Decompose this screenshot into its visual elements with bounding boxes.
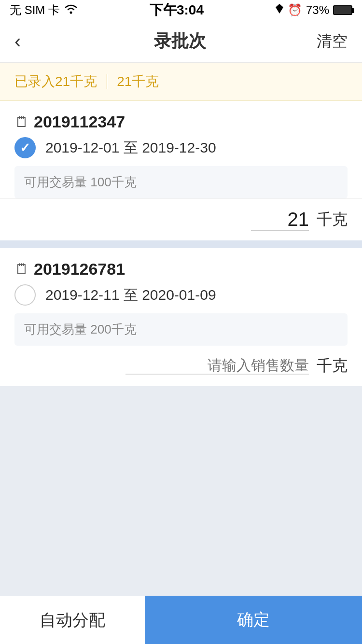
batch-1-id: 2019112347 [34,112,125,131]
batch-1-icon: 🗒 [14,114,29,130]
alarm-icon: ⏰ [288,3,302,17]
batch-2-radio[interactable] [14,284,36,306]
batch-2-wrapper: 🗒 2019126781 2019-12-11 至 2020-01-09 可用交… [0,248,362,386]
batch-2-date: 2019-12-11 至 2020-01-09 [45,285,216,305]
wifi-icon [64,3,78,17]
confirm-button[interactable]: 确定 [145,596,362,644]
batch-1-date-row[interactable]: ✓ 2019-12-01 至 2019-12-30 [14,137,348,158]
status-left: 无 SIM 卡 [10,2,78,18]
batch-2-icon: 🗒 [14,261,29,278]
bottom-bar: 自动分配 确定 [0,596,362,644]
batch-2-quantity-row: 千克 [0,346,362,386]
back-button[interactable]: ‹ [14,30,43,52]
batch-1-quantity-underline: 21 [251,209,309,231]
page-title: 录批次 [154,29,206,53]
main-content: 已录入21千克 21千克 🗒 2019112347 ✓ 2019-12-01 至… [0,63,362,596]
status-time: 下午3:04 [150,1,204,19]
batch-2-header: 🗒 2019126781 [14,260,348,279]
batch-1-item: 🗒 2019112347 ✓ 2019-12-01 至 2019-12-30 可… [0,101,362,198]
batch-2-date-row[interactable]: 2019-12-11 至 2020-01-09 [14,284,348,306]
batch-1-date: 2019-12-01 至 2019-12-30 [45,138,216,158]
svg-point-0 [70,12,72,14]
auto-distribute-button[interactable]: 自动分配 [0,596,145,644]
location-icon [275,3,284,17]
batch-1-wrapper: 🗒 2019112347 ✓ 2019-12-01 至 2019-12-30 可… [0,101,362,240]
batch-2-quantity-input[interactable] [125,357,309,374]
batch-1-quantity-row: 21 千克 [0,198,362,240]
recorded-label: 已录入21千克 [14,72,97,91]
batch-2-item: 🗒 2019126781 2019-12-11 至 2020-01-09 可用交… [0,248,362,346]
nav-bar: ‹ 录批次 清空 [0,20,362,63]
info-divider [107,74,107,89]
batch-2-input-wrapper [125,357,309,375]
batch-1-quantity-value: 21 [288,209,309,230]
status-right: ⏰ 73% [275,3,352,17]
batch-1-available: 可用交易量 100千克 [14,166,348,198]
check-mark: ✓ [20,140,30,155]
clear-button[interactable]: 清空 [317,31,348,52]
info-banner: 已录入21千克 21千克 [0,63,362,101]
batch-1-radio[interactable]: ✓ [14,137,36,158]
battery-icon [333,5,352,15]
batch-2-available: 可用交易量 200千克 [14,313,348,346]
amount-label: 21千克 [117,72,159,91]
sim-label: 无 SIM 卡 [10,2,60,18]
batch-2-unit: 千克 [317,355,348,377]
section-separator [0,240,362,248]
batch-1-header: 🗒 2019112347 [14,112,348,131]
battery-percent: 73% [306,3,329,17]
status-bar: 无 SIM 卡 下午3:04 ⏰ 73% [0,0,362,20]
bottom-spacer [0,386,362,596]
batch-2-id: 2019126781 [34,260,125,279]
batch-1-unit: 千克 [317,209,348,230]
